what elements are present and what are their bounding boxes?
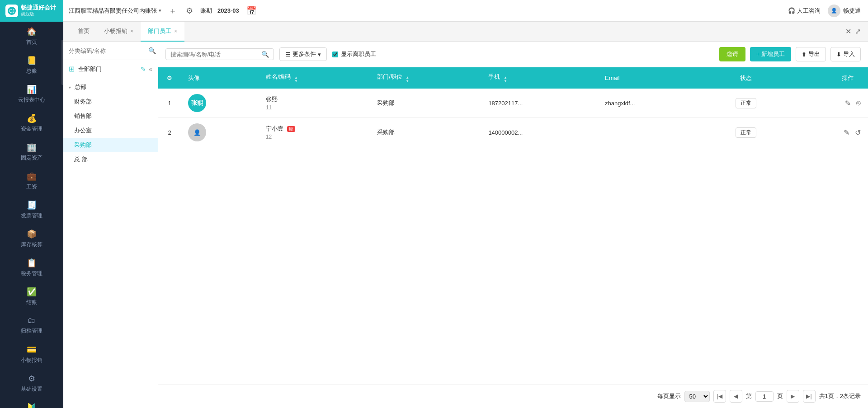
filter-button[interactable]: ☰ 更多条件 ▾ [279, 47, 327, 61]
sidebar-label-ledger: 总账 [26, 67, 37, 75]
filter-label: 更多条件 [292, 50, 316, 58]
next-page-button[interactable]: ▶ [787, 390, 799, 403]
home-icon: 🏠 [27, 27, 37, 37]
employee-search-input[interactable] [170, 51, 259, 58]
badge-overdue: 应 [287, 126, 295, 132]
row-name-1: 张熙 11 [259, 89, 370, 118]
tab-expense-close[interactable]: × [130, 28, 133, 34]
main-layout: 🏠 首页 📒 总账 📊 云报表中心 💰 资金管理 🏢 固定资产 💼 工资 🧾 发… [0, 22, 868, 408]
col-settings[interactable]: ⚙ [158, 67, 181, 89]
tab-home[interactable]: 首页 [71, 22, 97, 42]
import-button[interactable]: ⬇ 导入 [830, 47, 861, 61]
employee-search-box: 🔍 [165, 48, 274, 60]
sidebar-item-archive[interactable]: 🗂 归档管理 [0, 311, 63, 340]
per-page-select[interactable]: 50 20 100 [684, 391, 710, 402]
col-phone[interactable]: 手机 ▲▼ [481, 67, 598, 89]
page-unit: 页 [777, 392, 783, 400]
toggle-icon: ▾ [69, 85, 71, 90]
sidebar-item-expense[interactable]: 💳 小畅报销 [0, 340, 63, 369]
pagination: 每页显示 50 20 100 |◀ ◀ 第 页 ▶ ▶| 共1页，2条记录 [158, 384, 868, 408]
sidebar-item-checkout[interactable]: ✅ 结账 [0, 282, 63, 311]
settings-icon[interactable]: ⚙ [184, 4, 195, 18]
edit-employee-1-button[interactable]: ✎ [845, 99, 851, 108]
add-employee-button[interactable]: + 新增员工 [750, 47, 791, 61]
export-button[interactable]: ⬆ 导出 [796, 47, 826, 61]
close-tab-button[interactable]: ✕ [845, 27, 851, 36]
sidebar-item-tax[interactable]: 📋 税务管理 [0, 253, 63, 282]
user-name: 畅捷通 [843, 7, 861, 15]
sort-name-icon: ▲▼ [294, 76, 298, 83]
col-dept-position[interactable]: 部门/职位 ▲▼ [370, 67, 481, 89]
sidebar-label-inventory: 库存核算 [21, 241, 42, 249]
salary-icon: 💼 [27, 171, 37, 181]
toolbar-right: 邀请 + 新增员工 ⬆ 导出 ⬇ 导入 [719, 47, 861, 61]
prev-page-button[interactable]: ◀ [730, 390, 742, 403]
dept-node-zongbu[interactable]: 总 部 [63, 152, 158, 167]
dept-zongbu-label: 总 部 [74, 155, 88, 164]
refresh-employee-2-button[interactable]: ↺ [855, 128, 861, 137]
dept-search-icon[interactable]: 🔍 [148, 47, 156, 54]
edit-dept-icon[interactable]: ✎ [141, 66, 146, 73]
sort-dept-icon: ▲▼ [406, 76, 409, 83]
dept-node-bangongshi[interactable]: 办公室 [63, 123, 158, 138]
sidebar-label-archive: 归档管理 [21, 327, 42, 335]
logout-employee-1-button[interactable]: ⎋ [856, 99, 861, 108]
dept-node-zongbu-parent[interactable]: ▾ 总部 [63, 80, 158, 94]
sidebar-label-invoice: 发票管理 [21, 212, 42, 220]
sidebar-item-invoice[interactable]: 🧾 发票管理 [0, 195, 63, 224]
last-page-button[interactable]: ▶| [803, 390, 816, 403]
sidebar-item-funds[interactable]: 💰 资金管理 [0, 108, 63, 137]
expand-button[interactable]: ⤢ [855, 27, 861, 36]
invite-button[interactable]: 邀请 [719, 47, 745, 61]
edit-employee-2-button[interactable]: ✎ [844, 128, 849, 137]
content-area: 🔍 ⊞ 全部部门 ✎ « ▾ 总部 财务部 [63, 42, 868, 408]
col-email: Email [598, 67, 704, 89]
tab-dept-close[interactable]: × [174, 28, 177, 34]
page-number-input[interactable] [755, 391, 774, 402]
avatar: 👤 [828, 5, 840, 17]
sidebar-item-guide[interactable]: 🔰 新手引导 [0, 398, 63, 408]
dept-node-xiaoshou[interactable]: 销售部 [63, 109, 158, 123]
collapse-icon[interactable]: « [149, 66, 152, 73]
per-page-label: 每页显示 [657, 392, 681, 400]
employee-panel: 🔍 ☰ 更多条件 ▾ 显示离职员工 邀请 + 新增员工 [158, 42, 868, 408]
col-name-code[interactable]: 姓名/编码 ▲▼ [259, 67, 370, 89]
filter-chevron-icon: ▾ [318, 51, 321, 58]
add-icon[interactable]: ＋ [167, 4, 179, 18]
row-index-1: 1 [158, 89, 181, 118]
tab-expense[interactable]: 小畅报销 × [97, 22, 141, 42]
dept-search-input[interactable] [69, 47, 145, 54]
first-page-button[interactable]: |◀ [713, 390, 726, 403]
top-bar-right: 🎧 人工咨询 👤 畅捷通 [788, 5, 861, 17]
employee-code-2: 12 [266, 134, 363, 140]
company-selector[interactable]: 江西服宝精品有限责任公司内账张 ▾ [69, 7, 161, 15]
sidebar-item-ledger[interactable]: 📒 总账 [0, 51, 63, 80]
sidebar-item-home[interactable]: 🏠 首页 [0, 22, 63, 51]
user-area[interactable]: 👤 畅捷通 [828, 5, 861, 17]
calendar-icon[interactable]: 📅 [245, 4, 258, 18]
top-bar: CJ 畅捷通好会计 旗舰版 江西服宝精品有限责任公司内账张 ▾ ＋ ⚙ 账期 2… [0, 0, 868, 22]
sidebar-item-salary[interactable]: 💼 工资 [0, 166, 63, 195]
main-content: 首页 小畅报销 × 部门员工 × ✕ ⤢ 🔍 [63, 22, 868, 408]
dept-node-caigou[interactable]: 采购部 [63, 138, 158, 152]
sidebar-scrollbar [61, 40, 63, 85]
funds-icon: 💰 [27, 113, 37, 123]
show-resigned-checkbox[interactable] [332, 52, 338, 57]
service-button[interactable]: 🎧 人工咨询 [788, 7, 821, 15]
sidebar-item-settings[interactable]: ⚙ 基础设置 [0, 369, 63, 398]
dept-node-caiwu[interactable]: 财务部 [63, 94, 158, 109]
sidebar-item-assets[interactable]: 🏢 固定资产 [0, 137, 63, 166]
dept-xiaoshou-label: 销售部 [74, 112, 92, 120]
all-dept-label: 全部部门 [78, 65, 137, 73]
export-label: 导出 [808, 50, 820, 58]
tab-dept-employee[interactable]: 部门员工 × [141, 22, 184, 42]
sidebar-item-inventory[interactable]: 📦 库存核算 [0, 224, 63, 253]
tab-home-label: 首页 [78, 27, 90, 35]
sidebar-item-reports[interactable]: 📊 云报表中心 [0, 80, 63, 108]
search-icon[interactable]: 🔍 [261, 51, 269, 58]
show-resigned-label: 显示离职员工 [341, 50, 376, 58]
period-value: 2023-03 [217, 7, 239, 14]
dept-tree: ▾ 总部 财务部 销售部 办公室 采购部 [63, 78, 158, 408]
guide-icon: 🔰 [27, 403, 37, 408]
filter-icon: ☰ [285, 51, 291, 58]
